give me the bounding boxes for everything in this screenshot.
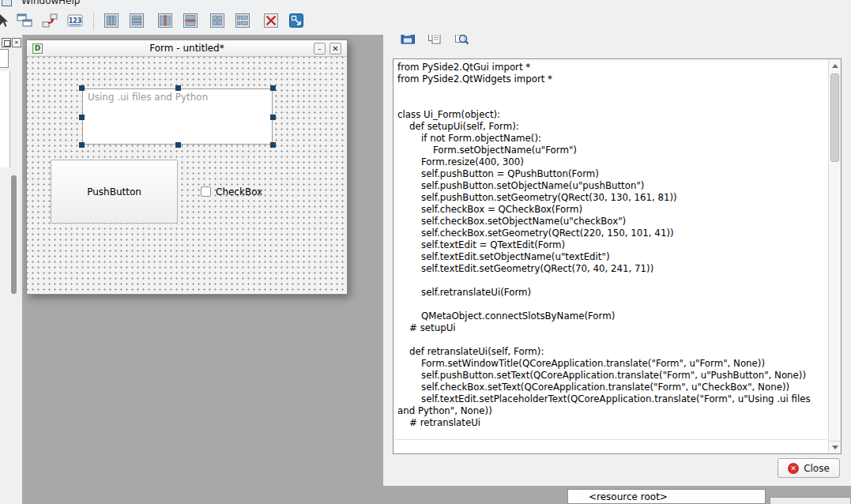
app-icon bbox=[2, 0, 12, 6]
resource-root-label[interactable]: <resource root> bbox=[589, 491, 668, 502]
code-line: self.checkBox.setGeometry(QRect(220, 150… bbox=[397, 228, 827, 239]
code-line: if not Form.objectName(): bbox=[397, 133, 827, 145]
selection-handle[interactable] bbox=[270, 115, 276, 120]
close-button-label: Close bbox=[804, 463, 830, 474]
code-line: self.pushButton.setObjectName(u"pushButt… bbox=[397, 180, 827, 192]
dock-float-button[interactable] bbox=[2, 38, 11, 47]
code-line bbox=[397, 334, 827, 346]
code-line bbox=[397, 97, 827, 109]
code-line: Form.setObjectName(u"Form") bbox=[397, 145, 827, 156]
code-line: self.pushButton.setGeometry(QRect(30, 13… bbox=[397, 192, 827, 204]
edit-widgets-icon[interactable] bbox=[0, 10, 13, 31]
code-line bbox=[397, 275, 827, 287]
code-line: self.checkBox = QCheckBox(Form) bbox=[397, 204, 827, 216]
code-line: self.pushButton = QPushButton(Form) bbox=[397, 168, 827, 180]
resource-root-panel: <resource root> bbox=[567, 489, 766, 504]
checkbox-widget[interactable]: CheckBox bbox=[201, 175, 281, 208]
code-scrollbar[interactable] bbox=[828, 59, 841, 453]
form-titlebar[interactable]: D Form - untitled* – ✕ bbox=[27, 40, 347, 57]
layout-horizontal-splitter-icon[interactable] bbox=[155, 10, 175, 31]
break-layout-icon[interactable] bbox=[261, 10, 281, 31]
checkbox-label: CheckBox bbox=[216, 186, 262, 197]
code-line: self.checkBox.setObjectName(u"checkBox") bbox=[397, 216, 827, 228]
selection-handle[interactable] bbox=[270, 142, 276, 148]
code-view[interactable]: from PySide2.QtGui import *from PySide2.… bbox=[393, 58, 842, 454]
menu-help[interactable]: Help bbox=[58, 0, 80, 6]
layout-horizontal-icon[interactable] bbox=[101, 10, 122, 31]
code-line: # retranslateUi bbox=[397, 417, 827, 429]
widget-box-filter-input[interactable] bbox=[0, 49, 9, 68]
code-line bbox=[397, 85, 827, 97]
code-line: from PySide2.QtGui import * bbox=[397, 62, 827, 73]
close-circle-icon: ✕ bbox=[788, 463, 799, 474]
code-line: from PySide2.QtWidgets import * bbox=[397, 73, 827, 85]
code-line: self.checkBox.setText(QCoreApplication.t… bbox=[397, 382, 827, 393]
widget-box-list[interactable] bbox=[0, 71, 10, 167]
scroll-up-icon[interactable] bbox=[829, 60, 841, 72]
code-line: Form.resize(400, 300) bbox=[397, 156, 827, 168]
layout-vertical-icon[interactable] bbox=[126, 10, 147, 31]
toolbar-separator bbox=[93, 11, 94, 30]
code-view-divider bbox=[394, 439, 827, 440]
menubar: Window Help bbox=[0, 0, 851, 7]
scrollbar-thumb[interactable] bbox=[830, 73, 839, 162]
selection-handle[interactable] bbox=[79, 115, 85, 120]
selection-handle[interactable] bbox=[79, 142, 85, 148]
edit-signals-slots-icon[interactable] bbox=[14, 10, 35, 31]
selection-handle[interactable] bbox=[175, 85, 181, 91]
form-close-button[interactable]: ✕ bbox=[329, 43, 341, 55]
code-line: self.retranslateUi(Form) bbox=[397, 287, 827, 299]
svg-text:123: 123 bbox=[69, 17, 82, 24]
selection-handle[interactable] bbox=[79, 85, 85, 91]
dock-close-button[interactable]: ✕ bbox=[12, 38, 21, 47]
code-line: self.textEdit.setPlaceholderText(QCoreAp… bbox=[397, 393, 827, 405]
code-line: class Ui_Form(object): bbox=[397, 109, 827, 121]
checkbox-indicator[interactable] bbox=[201, 186, 211, 197]
menu-window[interactable]: Window bbox=[21, 0, 58, 6]
adjust-size-icon[interactable] bbox=[286, 10, 307, 31]
edit-buddies-icon[interactable] bbox=[40, 10, 60, 31]
code-line bbox=[397, 299, 827, 310]
dialog-close-button[interactable]: ✕ Close bbox=[778, 458, 840, 478]
code-line: def setupUi(self, Form): bbox=[397, 121, 827, 133]
main-toolbar: 123 bbox=[0, 7, 851, 35]
form-title: Form - untitled* bbox=[27, 43, 347, 54]
code-line: self.textEdit.setGeometry(QRect(70, 40, … bbox=[397, 263, 827, 275]
textedit-widget[interactable]: Using .ui files and Python bbox=[82, 88, 273, 145]
layout-vertical-splitter-icon[interactable] bbox=[180, 10, 201, 31]
code-line: # setupUi bbox=[397, 322, 827, 334]
resource-side-panel bbox=[770, 497, 851, 504]
textedit-placeholder-text: Using .ui files and Python bbox=[83, 89, 272, 105]
selection-handle[interactable] bbox=[175, 142, 181, 148]
form-editor-window: D Form - untitled* – ✕ Using .ui files a… bbox=[26, 39, 348, 295]
layout-form-icon[interactable] bbox=[232, 10, 253, 31]
code-line: def retranslateUi(self, Form): bbox=[397, 346, 827, 358]
code-line: self.textEdit.setObjectName(u"textEdit") bbox=[397, 251, 827, 263]
code-preview-dialog: from PySide2.QtGui import *from PySide2.… bbox=[383, 14, 851, 486]
code-line: Form.setWindowTitle(QCoreApplication.tra… bbox=[397, 358, 827, 370]
edit-tab-order-icon[interactable]: 123 bbox=[65, 10, 85, 31]
scroll-down-icon[interactable] bbox=[829, 441, 841, 453]
form-minimize-button[interactable]: – bbox=[314, 43, 326, 55]
layout-grid-icon[interactable] bbox=[207, 10, 228, 31]
code-line: self.textEdit = QTextEdit(Form) bbox=[397, 239, 827, 251]
form-canvas[interactable]: Using .ui files and Python PushButton Ch… bbox=[27, 57, 347, 294]
widget-box-scrollbar[interactable] bbox=[11, 175, 17, 294]
code-line: and Python", None)) bbox=[397, 405, 827, 417]
code-lines: from PySide2.QtGui import *from PySide2.… bbox=[397, 62, 827, 451]
pushbutton-widget[interactable]: PushButton bbox=[51, 160, 178, 224]
code-line: self.pushButton.setText(QCoreApplication… bbox=[397, 370, 827, 382]
code-line: QMetaObject.connectSlotsByName(Form) bbox=[397, 310, 827, 322]
selection-handle[interactable] bbox=[270, 85, 276, 91]
widget-box-dock: ✕ bbox=[0, 35, 22, 504]
